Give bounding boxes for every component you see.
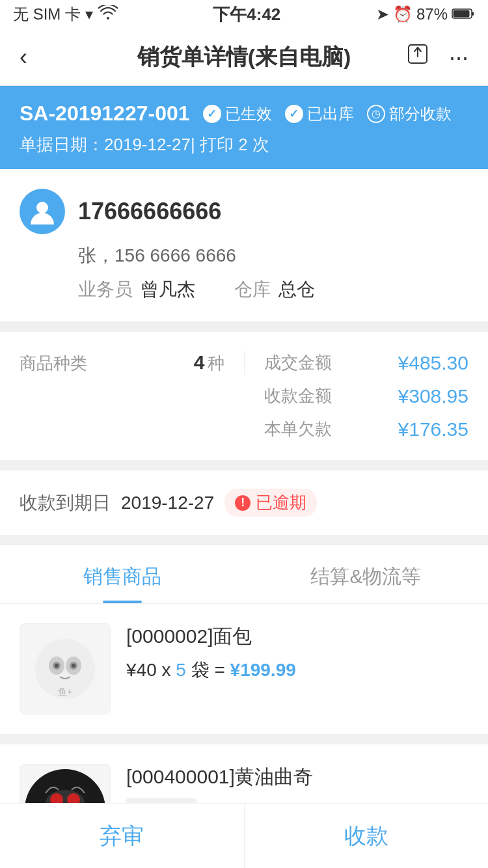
customer-section: 17666666666 张，156 6666 6666 业务员 曾凡杰 仓库 总… xyxy=(0,169,488,321)
clock-icon: ◷ xyxy=(367,105,385,123)
status-badge-partial: ◷ 部分收款 xyxy=(367,103,452,124)
reject-button[interactable]: 弃审 xyxy=(0,804,245,868)
warehouse-item: 仓库 总仓 xyxy=(234,277,315,302)
types-count: 4 xyxy=(194,351,205,373)
stats-right: 成交金额 ¥485.30 收款金额 ¥308.95 本单欠款 ¥176.35 xyxy=(245,351,469,441)
customer-id: 17666666666 xyxy=(78,198,221,225)
location-icon: ➤ xyxy=(376,5,389,23)
header-date: 单据日期：2019-12-27| 打印 2 次 xyxy=(20,133,468,156)
product-multiply-1: x xyxy=(162,660,176,680)
svg-point-4 xyxy=(36,202,48,213)
check-icon-shipped: ✓ xyxy=(285,105,303,123)
customer-meta: 业务员 曾凡杰 仓库 总仓 xyxy=(20,277,468,302)
check-icon-effective: ✓ xyxy=(203,105,221,123)
product-qty-1: 5 xyxy=(176,660,186,680)
amount-label: 成交金额 xyxy=(264,351,332,374)
product-price-row-1: ¥40 x 5 袋 = ¥199.99 xyxy=(126,658,468,683)
due-section: 收款到期日 2019-12-27 ! 已逾期 xyxy=(0,470,488,535)
sim-text: 无 SIM 卡 ▾ xyxy=(13,4,93,25)
amount-row: 成交金额 ¥485.30 xyxy=(264,351,469,374)
print-info: | 打印 2 次 xyxy=(191,135,269,154)
due-date-value: 2019-12-27 xyxy=(121,493,214,513)
tab-settlement[interactable]: 结算&物流等 xyxy=(244,545,488,603)
order-row: SA-20191227-001 ✓ 已生效 ✓ 已出库 ◷ 部分收款 xyxy=(20,102,468,126)
status-effective-text: 已生效 xyxy=(225,103,272,124)
tabs-section: 销售商品 结算&物流等 xyxy=(0,545,488,604)
list-item: 鱼+ [0000002]面包 ¥40 x 5 袋 = ¥199.99 xyxy=(0,604,488,734)
page-title: 销货单详情(来自电脑) xyxy=(137,42,351,72)
received-value: ¥308.95 xyxy=(398,385,468,407)
received-row: 收款金额 ¥308.95 xyxy=(264,385,469,407)
overdue-dot-icon: ! xyxy=(235,495,251,511)
avatar xyxy=(20,189,65,234)
status-badge-shipped: ✓ 已出库 xyxy=(285,103,354,124)
status-badge-effective: ✓ 已生效 xyxy=(203,103,272,124)
types-row: 商品种类 4种 xyxy=(20,351,224,375)
customer-name-phone: 张，156 6666 6666 xyxy=(20,243,468,268)
debt-row: 本单欠款 ¥176.35 xyxy=(264,418,469,441)
due-label: 收款到期日 xyxy=(20,491,111,515)
product-equals-1: = xyxy=(214,660,230,680)
product-total-1: ¥199.99 xyxy=(230,660,296,680)
order-number: SA-20191227-001 xyxy=(20,102,190,126)
product-info-1: [0000002]面包 ¥40 x 5 袋 = ¥199.99 xyxy=(126,623,468,683)
overdue-text: 已逾期 xyxy=(256,491,306,514)
status-partial-text: 部分收款 xyxy=(389,103,452,124)
product-unit-1: 袋 xyxy=(191,660,210,680)
back-button[interactable]: ‹ xyxy=(20,44,27,71)
product-image-1: 鱼+ xyxy=(20,623,111,714)
types-label: 商品种类 xyxy=(20,352,87,375)
svg-rect-1 xyxy=(472,12,474,16)
received-label: 收款金额 xyxy=(264,385,332,407)
nav-bar: ‹ 销货单详情(来自电脑) ··· xyxy=(0,29,488,86)
svg-text:鱼+: 鱼+ xyxy=(58,686,72,697)
collect-button[interactable]: 收款 xyxy=(245,804,489,868)
alarm-icon: ⏰ xyxy=(393,5,413,23)
header-banner: SA-20191227-001 ✓ 已生效 ✓ 已出库 ◷ 部分收款 单据日期：… xyxy=(0,86,488,169)
customer-row: 17666666666 xyxy=(20,189,468,234)
svg-point-11 xyxy=(72,664,75,668)
more-icon[interactable]: ··· xyxy=(449,44,468,71)
tab-sales-label: 销售商品 xyxy=(83,565,161,587)
order-date: 2019-12-27 xyxy=(104,135,191,154)
svg-rect-2 xyxy=(453,10,469,18)
nav-actions: ··· xyxy=(406,42,468,72)
salesperson-item: 业务员 曾凡杰 xyxy=(78,277,195,302)
tab-settlement-label: 结算&物流等 xyxy=(310,565,421,587)
svg-point-10 xyxy=(55,664,59,668)
status-left: 无 SIM 卡 ▾ xyxy=(13,4,118,25)
debt-label: 本单欠款 xyxy=(264,418,332,441)
current-time: 下午4:42 xyxy=(213,3,280,26)
status-shipped-text: 已出库 xyxy=(307,103,354,124)
stats-section: 商品种类 4种 成交金额 ¥485.30 收款金额 ¥308.95 本单欠款 ¥… xyxy=(0,332,488,460)
types-unit: 种 xyxy=(208,353,224,373)
stats-left: 商品种类 4种 xyxy=(20,351,245,375)
share-icon[interactable] xyxy=(406,42,429,72)
wifi-icon xyxy=(98,5,118,23)
bottom-bar: 弃审 收款 xyxy=(0,803,488,868)
amount-value: ¥485.30 xyxy=(398,352,468,374)
warehouse-label: 仓库 xyxy=(234,277,271,302)
status-bar: 无 SIM 卡 ▾ 下午4:42 ➤ ⏰ 87% xyxy=(0,0,488,29)
battery-text: 87% xyxy=(416,5,448,23)
salesperson-value: 曾凡杰 xyxy=(141,277,195,302)
tab-sales-products[interactable]: 销售商品 xyxy=(0,545,244,603)
status-right: ➤ ⏰ 87% xyxy=(376,5,475,23)
debt-value: ¥176.35 xyxy=(398,418,468,441)
salesperson-label: 业务员 xyxy=(78,277,133,302)
product-name-2: [000400001]黄油曲奇 xyxy=(126,764,468,791)
battery-icon xyxy=(452,5,475,23)
overdue-badge: ! 已逾期 xyxy=(224,489,317,517)
date-label: 单据日期： xyxy=(20,135,104,154)
warehouse-value: 总仓 xyxy=(278,277,315,302)
product-name-1: [0000002]面包 xyxy=(126,623,468,650)
product-price-1: ¥40 xyxy=(126,660,157,680)
